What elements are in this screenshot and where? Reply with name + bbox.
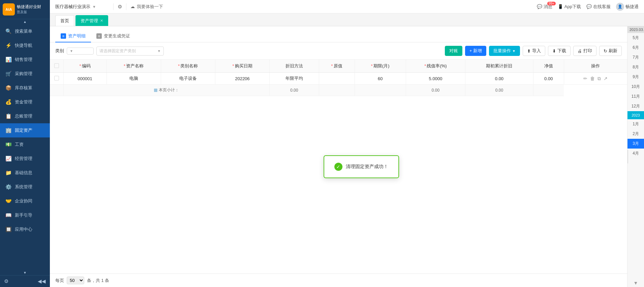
quick-nav-icon: ⚡ — [5, 42, 11, 49]
sidebar-item-sales[interactable]: 📊 销售管理 — [0, 53, 50, 67]
edit-icon[interactable]: ✏ — [583, 76, 587, 81]
search-icon: 🔍 — [5, 28, 11, 34]
td-name: 电脑 — [106, 73, 161, 85]
sidebar-label-quick-nav: 快捷导航 — [15, 42, 32, 49]
fixed-assets-icon: 🏢 — [5, 127, 11, 133]
sidebar-item-quick-nav[interactable]: ⚡ 快捷导航 — [0, 38, 50, 53]
collapse-icon[interactable]: ◀◀ — [38, 278, 46, 284]
month-5[interactable]: 5月 — [627, 33, 644, 43]
right-panel: ◀ 2023.03 ▲ 5月 6月 7月 8月 9月 10月 11月 12月 2… — [627, 26, 644, 287]
category-input-arrow: ▼ — [157, 49, 161, 53]
sidebar: AtA 畅捷通好业财 普及版 ▲ 🔍 搜索菜单 ⚡ 快捷导航 📊 销售管理 🛒 … — [0, 0, 50, 287]
month-1[interactable]: 1月 — [627, 119, 644, 129]
td-subtotal-empty — [50, 85, 63, 96]
import-label: 导入 — [532, 48, 541, 54]
tab-close-icon[interactable]: ✕ — [100, 19, 103, 23]
sidebar-item-system[interactable]: ⚙️ 系统管理 — [0, 180, 50, 194]
per-page-label: 每页 — [55, 278, 64, 284]
sidebar-item-finance[interactable]: 💰 资金管理 — [0, 95, 50, 109]
sidebar-item-operations[interactable]: 📈 经营管理 — [0, 152, 50, 166]
purchase-icon: 🛒 — [5, 71, 11, 77]
sidebar-item-ledger[interactable]: 📋 总账管理 — [0, 109, 50, 123]
td-checkbox — [50, 73, 63, 85]
category-label: 类别 — [55, 48, 64, 54]
settings-gear-icon[interactable]: ⚙ — [118, 4, 122, 10]
sidebar-label-finance: 资金管理 — [15, 99, 32, 105]
month-11[interactable]: 11月 — [627, 92, 644, 101]
refresh-button[interactable]: ↻ 刷新 — [599, 46, 622, 56]
print-button[interactable]: 🖨 打印 — [573, 46, 596, 56]
experience-button[interactable]: ☁ 我要体验一下 — [130, 4, 163, 10]
sidebar-scroll-up[interactable]: ▲ — [0, 19, 50, 24]
td-subtotal-ops — [533, 85, 564, 96]
th-depreciation-method: 折旧方法 — [270, 60, 319, 73]
sidebar-item-inventory[interactable]: 📦 库存核算 — [0, 81, 50, 95]
td-original-value — [319, 73, 355, 85]
user-area[interactable]: 👤 畅捷通 — [616, 3, 639, 11]
refresh-icon: ↻ — [604, 49, 607, 54]
batch-ops-button[interactable]: 批量操作 ▼ — [489, 46, 520, 56]
panel-scroll-down[interactable]: ▼ — [627, 279, 644, 287]
subtab-change-voucher-label: 变更生成凭证 — [104, 33, 130, 39]
topbar-divider — [113, 3, 114, 10]
category-filter-select[interactable]: ▼ — [67, 47, 94, 55]
sidebar-item-purchase[interactable]: 🛒 采购管理 — [0, 67, 50, 81]
sidebar-scroll-down[interactable]: ▼ — [0, 270, 50, 275]
ledger-icon: 📋 — [5, 113, 11, 119]
username: 畅捷通 — [625, 4, 639, 10]
more-icon[interactable]: ↗ — [604, 76, 608, 81]
month-8[interactable]: 8月 — [627, 62, 644, 72]
sidebar-item-search[interactable]: 🔍 搜索菜单 — [0, 24, 50, 38]
subtab-change-voucher[interactable]: ≡ 变更生成凭证 — [91, 30, 135, 42]
download-button[interactable]: ⬇ 下载 — [548, 46, 571, 56]
td-subtotal-original: 0.00 — [270, 85, 319, 96]
subtab-asset-detail[interactable]: ≡ 资产明细 — [55, 30, 91, 42]
th-operation: 操作 — [564, 60, 627, 73]
company-selector[interactable]: 医疗器械行业演示 ▼ — [55, 4, 109, 10]
th-net-value: 净值 — [533, 60, 564, 73]
per-page-select[interactable]: 50 10 20 100 — [67, 277, 84, 284]
sidebar-item-tutorial[interactable]: 📖 新手引导 — [0, 208, 50, 222]
sidebar-label-operations: 经营管理 — [15, 156, 32, 162]
td-subtotal-label: 本页小计： — [63, 85, 270, 96]
month-4[interactable]: 4月 — [627, 149, 644, 158]
app-download-button[interactable]: 📱 App下载 — [558, 4, 581, 10]
month-10[interactable]: 10月 — [627, 82, 644, 92]
tab-home[interactable]: 首页 — [55, 15, 74, 26]
sidebar-item-app-center[interactable]: 🔲 应用中心 — [0, 222, 50, 236]
sidebar-item-salary[interactable]: 💵 工资 — [0, 137, 50, 152]
month-2[interactable]: 2月 — [627, 129, 644, 139]
app-center-icon: 🔲 — [5, 226, 11, 232]
settings-icon[interactable]: ⚙ — [4, 278, 8, 284]
category-input[interactable]: 请选择固定资产类别 ▼ — [96, 46, 164, 56]
select-all-checkbox[interactable] — [54, 63, 59, 68]
panel-header: 2023.03 ▲ — [627, 26, 644, 33]
new-button[interactable]: + 新增 — [465, 46, 486, 56]
row-checkbox[interactable] — [54, 76, 59, 81]
month-9[interactable]: 9月 — [627, 72, 644, 82]
sidebar-label-sales: 销售管理 — [15, 57, 32, 63]
sidebar-item-basic-info[interactable]: 📁 基础信息 — [0, 166, 50, 180]
td-subtotal-empty3 — [355, 85, 406, 96]
td-subtotal-accumulated: 0.00 — [406, 85, 465, 96]
finance-icon: 💰 — [5, 99, 11, 105]
messages-badge: 99+ — [547, 2, 556, 5]
online-service-button[interactable]: 💬 在线客服 — [586, 4, 611, 10]
reconcile-button[interactable]: 对账 — [445, 46, 462, 56]
page: ≡ 资产明细 ≡ 变更生成凭证 类别 ▼ 请选择固定资产类别 ▼ — [50, 26, 627, 287]
sidebar-item-fixed-assets[interactable]: 🏢 固定资产 — [0, 123, 50, 137]
month-3-active[interactable]: 3月 — [627, 139, 644, 149]
month-6[interactable]: 6月 — [627, 43, 644, 53]
sidebar-nav: 🔍 搜索菜单 ⚡ 快捷导航 📊 销售管理 🛒 采购管理 📦 库存核算 💰 资金管… — [0, 24, 50, 270]
month-12[interactable]: 12月 — [627, 101, 644, 111]
delete-icon[interactable]: 🗑 — [590, 76, 595, 81]
tab-asset-mgmt[interactable]: 资产管理 ✕ — [75, 15, 108, 26]
th-purchase-date: *购买日期 — [215, 60, 270, 73]
sidebar-item-enterprise[interactable]: 🤝 企业协同 — [0, 194, 50, 208]
month-7[interactable]: 7月 — [627, 53, 644, 62]
import-button[interactable]: ⬆ 导入 — [523, 46, 545, 56]
sales-icon: 📊 — [5, 57, 11, 63]
messages-button[interactable]: 💬 消息 99+ — [537, 4, 552, 10]
panel-toggle-button[interactable]: ◀ — [627, 150, 628, 163]
copy-icon[interactable]: ⧉ — [597, 76, 601, 82]
